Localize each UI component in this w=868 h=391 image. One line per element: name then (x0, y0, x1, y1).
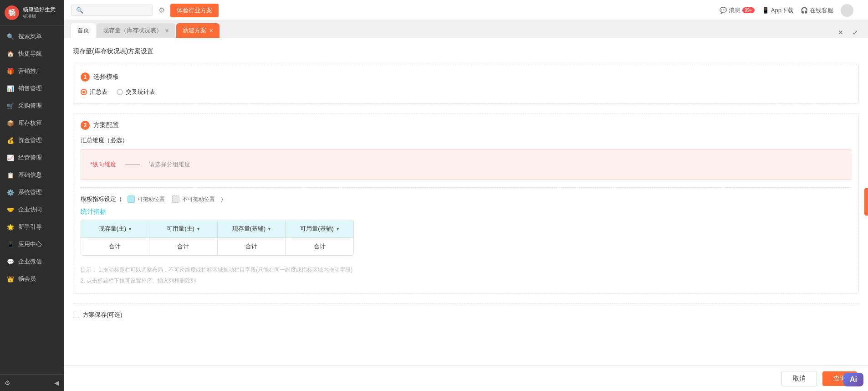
sidebar-footer: ⚙ ◀ (0, 374, 64, 391)
sidebar-item-label: 快捷导航 (18, 50, 42, 58)
sidebar-item-label: 基础信息 (18, 171, 42, 179)
sidebar-collapse-btn[interactable]: ◀ (54, 379, 59, 386)
star-icon: 🌟 (6, 223, 15, 231)
sidebar-item-label: 采购管理 (18, 102, 42, 110)
cart-icon: 🛒 (6, 102, 15, 110)
col-4: 可用量(基辅) ▾ 合计 (286, 220, 353, 255)
topbar-right: 💬 消息 99+ 📱 App下载 🎧 在线客服 (720, 4, 861, 17)
tab-home[interactable]: 首页 (71, 23, 96, 38)
gift-icon: 🎁 (6, 67, 15, 75)
sidebar-item-finance[interactable]: 💰 资金管理 (0, 132, 64, 149)
col-2-header[interactable]: 可用量(主) ▾ (149, 220, 217, 238)
sidebar-item-wechat[interactable]: 💬 企业微信 (0, 253, 64, 270)
non-draggable-legend-box (172, 196, 179, 203)
sidebar-item-operations[interactable]: 📈 经营管理 (0, 149, 64, 166)
money-icon: 💰 (6, 136, 15, 144)
sidebar-item-label: 搜索菜单 (18, 32, 42, 41)
gear-icon[interactable]: ⚙ (158, 6, 165, 15)
col-2: 可用量(主) ▾ 合计 (149, 220, 218, 255)
sidebar-item-purchase[interactable]: 🛒 采购管理 (0, 97, 64, 114)
col-1-summary: 合计 (81, 238, 149, 255)
dim-label: 汇总维度（必选） (81, 136, 851, 144)
sidebar-item-label: 资金管理 (18, 136, 42, 144)
section1-title: 选择模板 (93, 73, 119, 81)
sidebar-item-search[interactable]: 🔍 搜索菜单 (0, 28, 64, 45)
sidebar-item-label: 企业微信 (18, 257, 42, 266)
col-1-header[interactable]: 现存量(主) ▾ (81, 220, 149, 238)
sidebar-settings-btn[interactable]: ⚙ (5, 379, 10, 386)
section2-header: 2 方案配置 (81, 121, 851, 130)
sidebar-item-label: 库存核算 (18, 119, 42, 127)
divider1 (81, 187, 851, 188)
sidebar-item-label: 销售管理 (18, 84, 42, 93)
app-download-btn[interactable]: 📱 App下载 (762, 6, 793, 15)
user-avatar[interactable] (841, 4, 853, 17)
divider2 (73, 303, 859, 304)
sidebar-item-quicknav[interactable]: 🏠 快捷导航 (0, 45, 64, 62)
tab-inventory[interactable]: 现存量（库存状况表） ✕ (97, 23, 175, 38)
sidebar-item-label: 应用中心 (18, 240, 42, 248)
hints-text: 提示： 1.拖动标题栏可以调整布局，不可跨维度或指标区域拖动栏目字段(只能在同一… (81, 264, 851, 286)
save-plan-checkbox[interactable] (73, 312, 79, 318)
footer-checkbox-row: 方案保存(可选) (73, 311, 859, 319)
trial-btn[interactable]: 体验行业方案 (170, 4, 219, 17)
sidebar-item-label: 企业协同 (18, 206, 42, 214)
sidebar-item-label: 营销推广 (18, 67, 42, 75)
topbar: 🔍 ⚙ 体验行业方案 💬 消息 99+ 📱 App下载 🎧 在线客服 (64, 0, 868, 21)
cancel-button[interactable]: 取消 (781, 371, 817, 386)
info-icon: 📋 (6, 171, 15, 179)
message-badge: 99+ (742, 7, 755, 13)
search-menu-icon: 🔍 (6, 32, 15, 41)
app-logo-icon: 畅 (5, 5, 19, 20)
right-edge-handle[interactable] (864, 188, 868, 216)
col-4-header[interactable]: 可用量(基辅) ▾ (286, 220, 353, 238)
section1-header: 1 选择模板 (81, 72, 851, 82)
legend-non-draggable: 不可拖动位置 (172, 196, 215, 203)
col-3-header[interactable]: 现存量(基辅) ▾ (218, 220, 286, 238)
sidebar-item-collab[interactable]: 🤝 企业协同 (0, 201, 64, 218)
section2-num: 2 (81, 121, 90, 130)
tab-new-plan-close[interactable]: ✕ (209, 28, 213, 34)
trending-icon: 📈 (6, 154, 15, 162)
handshake-icon: 🤝 (6, 206, 15, 214)
message-btn[interactable]: 💬 消息 99+ (720, 6, 755, 15)
stats-section-label: 统计指标 (81, 208, 851, 216)
mobile-icon: 📱 (6, 240, 15, 248)
message-icon: 💬 (720, 7, 727, 14)
section-template: 1 选择模板 汇总表 交叉统计表 (73, 65, 859, 104)
sidebar-item-system[interactable]: ⚙️ 系统管理 (0, 184, 64, 201)
expand-window-btn[interactable]: ⤢ (850, 27, 861, 38)
window-controls: ✕ ⤢ (835, 27, 861, 38)
online-service-btn[interactable]: 🎧 在线客服 (801, 6, 833, 15)
tab-inventory-close[interactable]: ✕ (165, 28, 169, 34)
indicator-label-row: 模板指标设定（ 可拖动位置 不可拖动位置 ） (81, 195, 851, 203)
sidebar-item-sales[interactable]: 📊 销售管理 (0, 80, 64, 97)
chat-icon: 💬 (6, 257, 15, 266)
chevron-down-icon: ▾ (337, 226, 339, 232)
sidebar-item-member[interactable]: 👑 畅会员 (0, 270, 64, 288)
sidebar-item-marketing[interactable]: 🎁 营销推广 (0, 62, 64, 80)
box-icon: 📦 (6, 119, 15, 127)
chevron-down-icon: ▾ (268, 226, 271, 232)
tab-new-plan[interactable]: 新建方案 ✕ (176, 23, 220, 38)
chevron-down-icon: ▾ (129, 226, 131, 232)
draggable-legend-box (128, 196, 135, 203)
radio-summary[interactable]: 汇总表 (81, 88, 107, 96)
stats-table-header: 现存量(主) ▾ 合计 可用量(主) ▾ 合计 (81, 220, 353, 255)
search-input[interactable] (86, 7, 141, 14)
sidebar-item-basics[interactable]: 📋 基础信息 (0, 166, 64, 184)
close-window-btn[interactable]: ✕ (835, 27, 846, 38)
ai-badge[interactable]: Ai (843, 373, 863, 386)
col-3-summary: 合计 (218, 238, 286, 255)
sidebar-item-label: 经营管理 (18, 154, 42, 162)
dimension-box[interactable]: *纵向维度 —— 请选择分组维度 (81, 149, 851, 180)
sidebar-item-guide[interactable]: 🌟 新手引导 (0, 218, 64, 236)
sidebar-item-inventory[interactable]: 📦 库存核算 (0, 114, 64, 132)
search-box[interactable]: 🔍 (71, 5, 153, 16)
section1-num: 1 (81, 72, 90, 82)
radio-crosstab[interactable]: 交叉统计表 (117, 88, 155, 96)
indicator-legend: 可拖动位置 不可拖动位置 (128, 196, 215, 203)
save-plan-label[interactable]: 方案保存(可选) (83, 311, 123, 319)
sidebar-item-apps[interactable]: 📱 应用中心 (0, 236, 64, 253)
headphone-icon: 🎧 (801, 7, 808, 14)
